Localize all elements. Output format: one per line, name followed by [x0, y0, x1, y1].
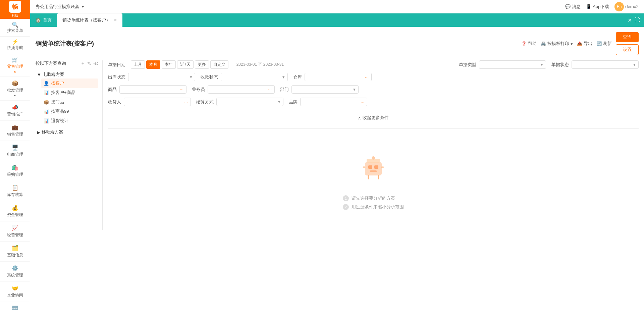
sidebar-item-base[interactable]: 🗂️ 基础信息 — [0, 242, 30, 262]
print-label: 按模板打印 — [547, 41, 569, 47]
settlement-dropdown-icon: ▾ — [278, 99, 280, 104]
marketing-icon: 📣 — [12, 104, 18, 110]
tab-close-all-icon[interactable]: ✕ — [628, 17, 632, 23]
sidebar-item-finance[interactable]: 💰 资金管理 — [0, 201, 30, 221]
order-type-dropdown-icon: ▾ — [541, 62, 543, 67]
refresh-button[interactable]: 🔄 刷新 — [596, 41, 612, 47]
add-scheme-icon[interactable]: ＋ — [80, 60, 85, 66]
tree-leaf-return-stat[interactable]: 📊 退货统计 — [41, 116, 98, 125]
purchase-icon: 🛍️ — [12, 164, 18, 171]
goods-select[interactable]: ··· — [119, 85, 186, 94]
receiver-select[interactable]: ··· — [124, 98, 191, 106]
sidebar-item-purchase[interactable]: 🛍️ 采购管理 — [0, 161, 30, 181]
message-button[interactable]: 💬 消息 — [565, 4, 581, 10]
warehouse-dots[interactable]: ··· — [365, 74, 369, 80]
collapse-left-icon[interactable]: ≪ — [93, 61, 98, 66]
date-btn-custom[interactable]: 自定义 — [210, 60, 228, 69]
date-btn-more[interactable]: 更多 — [195, 60, 209, 69]
tree-leaf-by-goods[interactable]: 📦 按商品 — [41, 97, 98, 107]
topbar-left: 办公用品行业模拟账套 ▾ — [36, 4, 84, 10]
left-panel-title: 按以下方案查询 — [36, 60, 66, 66]
sidebar-item-system[interactable]: ⚙️ 系统管理 — [0, 262, 30, 282]
print-button[interactable]: 🖨️ 按模板打印 ▾ — [541, 41, 573, 47]
salesperson-label: 业务员 — [192, 87, 205, 93]
brand-dots[interactable]: ··· — [361, 99, 364, 104]
leaf-label-customer-goods: 按客户+商品 — [51, 90, 75, 96]
warehouse-filter: 仓库 ··· — [293, 73, 372, 81]
query-button[interactable]: 查询 — [616, 32, 639, 42]
tab-close-icon[interactable]: ✕ — [114, 18, 117, 22]
page-title: 销货单统计表(按客户) — [36, 40, 94, 48]
goods-dots[interactable]: ··· — [180, 87, 183, 92]
settlement-label: 结算方式 — [196, 99, 214, 105]
tree-desktop-label: 电脑端方案 — [43, 71, 64, 78]
left-panel: 按以下方案查询 ＋ ✎ ≪ ▼ 电脑端方案 👤 — [36, 60, 103, 230]
topbar-dropdown-icon[interactable]: ▾ — [82, 4, 84, 9]
sidebar-item-operations[interactable]: 📈 经营管理 — [0, 221, 30, 242]
tree-desktop-header[interactable]: ▼ 电脑端方案 — [36, 70, 98, 79]
tab-sales-stat-label: 销货单统计表（按客户） — [62, 17, 110, 23]
app-logo: 畅 标版 — [0, 0, 30, 19]
receipt-status-filter: 收款状态 ▾ — [201, 73, 288, 81]
content-split: 按以下方案查询 ＋ ✎ ≪ ▼ 电脑端方案 👤 — [36, 60, 639, 230]
help-button[interactable]: ❓ 帮助 — [521, 41, 537, 47]
empty-svg-icon — [357, 149, 390, 182]
filter-row-goods: 商品 ··· 业务员 ··· 部门 — [108, 85, 639, 94]
settlement-select[interactable]: ▾ — [216, 98, 283, 106]
tree-leaf-by-customer[interactable]: 👤 按客户 — [41, 79, 98, 88]
logo-icon: 畅 — [9, 1, 21, 13]
sidebar-item-enterprise[interactable]: 🤝 企业协同 — [0, 282, 30, 302]
salesperson-dots[interactable]: ··· — [268, 87, 272, 92]
finance-icon: 💰 — [12, 205, 18, 211]
export-button[interactable]: 📤 导出 — [577, 41, 592, 47]
warehouse-select[interactable]: ··· — [305, 73, 372, 81]
sidebar: 畅 标版 🔍 搜索菜单 ⚡ 快捷导航 🛒 零售管理 ▲ 📦 批发管理 ▲ 📣 营… — [0, 0, 30, 310]
tab-sales-stat[interactable]: 销货单统计表（按客户） ✕ — [57, 13, 122, 27]
sidebar-item-sales[interactable]: 💼 销售管理 — [0, 121, 30, 141]
salesperson-select[interactable]: ··· — [208, 85, 275, 94]
right-panel: 单据日期 上月 本月 本年 近7天 更多 自定义 2023-03-01 至 20… — [103, 60, 639, 230]
date-btn-this-month[interactable]: 本月 — [146, 60, 160, 69]
tab-maximize-icon[interactable]: ⛶ — [635, 17, 640, 23]
sidebar-nav: 🛒 零售管理 ▲ 📦 批发管理 ▲ 📣 营销推广 💼 销售管理 🖥️ 电商管理 … — [0, 53, 30, 310]
tree-mobile-group: ▶ 移动端方案 — [36, 127, 98, 138]
date-btn-last7[interactable]: 近7天 — [177, 60, 194, 69]
tree-mobile-header[interactable]: ▶ 移动端方案 — [36, 128, 98, 136]
sidebar-item-inventory[interactable]: 📋 库存核算 — [0, 181, 30, 201]
user-profile[interactable]: Ea demo2 — [614, 2, 639, 11]
sidebar-item-ecommerce[interactable]: 🖥️ 电商管理 — [0, 141, 30, 161]
empty-illustration — [357, 149, 390, 189]
sidebar-item-newbie[interactable]: 🆕 新手引导 — [0, 302, 30, 310]
edit-scheme-icon[interactable]: ✎ — [87, 61, 91, 66]
app-download-button[interactable]: 📱 App下载 — [586, 4, 609, 10]
retail-icon: 🛒 — [12, 56, 18, 63]
message-icon: 💬 — [565, 4, 571, 9]
tree-leaf-by-customer-goods[interactable]: 📊 按客户+商品 — [41, 88, 98, 97]
tab-home[interactable]: 🏠 首页 — [30, 13, 57, 27]
receipt-status-select[interactable]: ▾ — [221, 73, 288, 81]
svg-point-5 — [372, 156, 375, 160]
sidebar-item-marketing[interactable]: 📣 营销推广 — [0, 101, 30, 121]
quick-nav[interactable]: ⚡ 快捷导航 — [0, 37, 30, 53]
date-btn-this-year[interactable]: 本年 — [162, 60, 176, 69]
collapse-button[interactable]: ∧ 收起更多条件 — [358, 113, 389, 123]
out-status-select[interactable]: ▾ — [128, 73, 195, 81]
sidebar-item-retail[interactable]: 🛒 零售管理 ▲ — [0, 53, 30, 77]
sidebar-item-wholesale[interactable]: 📦 批发管理 ▲ — [0, 77, 30, 101]
tab-home-label: 首页 — [43, 17, 52, 23]
leaf-label-customer: 按客户 — [51, 80, 64, 86]
settlement-filter: 结算方式 ▾ — [196, 98, 283, 106]
brand-select[interactable]: ··· — [300, 98, 367, 106]
order-type-select[interactable]: ▾ — [479, 60, 546, 69]
collapse-icon: ∧ — [358, 115, 361, 120]
empty-state: 1 请先选择要分析的方案 2 用过滤条件来缩小分析范围 — [108, 128, 639, 230]
dept-select[interactable]: ▾ — [291, 85, 359, 94]
settings-button[interactable]: 设置 — [616, 44, 639, 55]
order-status-select[interactable]: ▾ — [572, 60, 639, 69]
search-menu[interactable]: 🔍 搜索菜单 — [0, 19, 30, 37]
receiver-dots[interactable]: ··· — [184, 99, 188, 104]
tree-leaf-by-goods-99[interactable]: 📊 按商品99 — [41, 107, 98, 116]
left-panel-icons: ＋ ✎ ≪ — [80, 60, 98, 66]
date-btn-last-month[interactable]: 上月 — [131, 60, 145, 69]
base-icon: 🗂️ — [12, 245, 18, 251]
